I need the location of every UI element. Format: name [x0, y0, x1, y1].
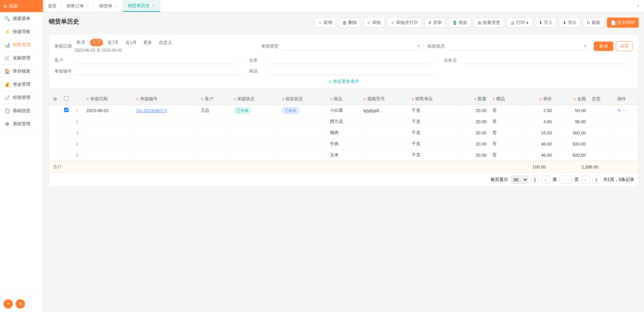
filter-customer: 客户 … — [54, 57, 244, 64]
export-button[interactable]: ⬇ 导出 — [559, 18, 580, 28]
date-tab-more[interactable]: 更多 — [141, 39, 154, 46]
audit-button[interactable]: ✓ 审核 — [363, 18, 385, 28]
page-input[interactable]: 1 — [560, 176, 572, 184]
th-doc-status[interactable]: ⇅ 单据状态 — [230, 93, 279, 105]
sidebar-item-quick-nav[interactable]: ⚡ 快捷导航 — [0, 25, 43, 38]
cell-action — [615, 138, 638, 150]
sidebar-item-sales-mgmt[interactable]: 📊 销售管理 — [0, 38, 43, 52]
date-tab-today[interactable]: 今天 — [90, 39, 103, 46]
cell-check[interactable] — [61, 116, 71, 127]
doc-no-link[interactable]: SA-20230602-0 — [136, 108, 167, 113]
tab-sales-order-close[interactable]: × — [86, 4, 89, 8]
audit-print-button[interactable]: ✓ 审核并打印 — [387, 18, 422, 28]
batch-change-button[interactable]: ⊞ 批量变更 — [474, 18, 504, 28]
tab-sales-history[interactable]: 销货单历史 × — [123, 0, 160, 12]
th-date[interactable]: ⇅ 单据日期 — [83, 93, 133, 105]
query-button[interactable]: 查询 — [594, 42, 613, 51]
th-check[interactable] — [61, 93, 71, 105]
warehouse-picker-btn[interactable]: … — [434, 58, 438, 63]
cell-check[interactable] — [61, 150, 71, 161]
tab-sales-delivery[interactable]: 销货单 × — [94, 0, 123, 12]
th-price[interactable]: ⇅ 单价 — [522, 93, 555, 105]
date-tab-custom[interactable]: 自定义 — [157, 39, 174, 46]
sidebar-item-inventory-calc[interactable]: 🏠 库存核算 — [0, 65, 43, 78]
delete-button[interactable]: 🗑 删除 — [339, 18, 361, 28]
th-unit[interactable]: ⇅ 销售单位 — [409, 93, 457, 105]
th-gear[interactable]: ⚙ — [49, 93, 61, 105]
display-detail-button[interactable]: 📄 显示明细 — [607, 18, 639, 28]
import-button[interactable]: ⬆ 导入 — [535, 18, 556, 28]
sort-icon: ⇅ — [282, 97, 284, 101]
page-suffix: 页 — [575, 177, 579, 183]
payment-status-select[interactable]: ▾ — [448, 43, 588, 50]
per-page-select[interactable]: 50 100 200 — [511, 176, 528, 184]
th-delivery[interactable]: 交货 — [589, 93, 614, 105]
collapse-filter-btn[interactable]: ∧ 收起更多条件 — [54, 78, 633, 84]
warehouse-input[interactable] — [269, 57, 431, 64]
customer-picker-btn[interactable]: … — [240, 58, 244, 63]
print-button[interactable]: 🖨 打印 ▾ — [507, 18, 532, 28]
tab-sales-order[interactable]: 销售订单 × — [62, 0, 94, 12]
sidebar-item-operations-mgmt[interactable]: 📈 经营管理 — [0, 91, 43, 104]
sidebar-item-purchase-mgmt[interactable]: 🛒 采购管理 — [0, 52, 43, 65]
cell-amount: 96.00 — [555, 116, 589, 127]
date-tab-7days[interactable]: 近7天 — [106, 39, 121, 46]
sidebar-item-basic-info[interactable]: 📋 基础信息 — [0, 104, 43, 118]
filter-goods: 商品 … — [249, 68, 438, 75]
tab-home[interactable]: 首页 — [43, 0, 62, 12]
sidebar-item-sys-mgmt[interactable]: ⚙ 系统管理 — [0, 118, 43, 131]
pay-status-badge: 已收款 — [282, 107, 300, 114]
goods-input[interactable] — [269, 68, 431, 75]
settings-button[interactable]: 设置 — [616, 41, 633, 51]
th-goods[interactable]: ⇅ 商品 — [327, 93, 360, 105]
tab-sales-delivery-close[interactable]: × — [114, 4, 118, 8]
cell-num: 2 — [71, 116, 83, 127]
discard-button[interactable]: ✗ 弃审 — [424, 18, 446, 28]
cell-check[interactable] — [61, 127, 71, 138]
tab-sales-history-close[interactable]: × — [152, 3, 155, 8]
last-page-btn[interactable]: ⟫ — [592, 176, 600, 184]
sidebar-item-search-menu[interactable]: 🔍 搜索菜单 — [0, 12, 43, 25]
first-page-btn[interactable]: ⟪ — [531, 176, 539, 184]
cell-check[interactable] — [61, 138, 71, 150]
next-page-btn[interactable]: › — [582, 176, 590, 184]
edit-icon[interactable]: ✎ — [617, 108, 621, 113]
cell-goods: 猪肉 — [327, 127, 360, 138]
th-pay-status[interactable]: ⇅ 收款状态 — [279, 93, 327, 105]
date-tab-1month[interactable]: 近1月 — [123, 39, 139, 46]
prev-page-btn[interactable]: ‹ — [542, 176, 550, 184]
sidebar-footer-btn-1[interactable]: ☀ — [3, 299, 13, 309]
cell-check[interactable] — [61, 105, 71, 116]
print-dropdown-icon: ▾ — [526, 20, 529, 25]
th-customer[interactable]: ⇅ 客户 — [198, 93, 231, 105]
filter-date: 单据日期 昨天 今天 近7天 近1月 更多 自定义 2023-06-02 至 2… — [54, 39, 256, 53]
th-gift[interactable]: ⇅ 赠品 — [489, 93, 522, 105]
customer-input[interactable] — [74, 57, 237, 64]
row-checkbox[interactable] — [64, 108, 68, 112]
add-button[interactable]: ＋ 新增 — [314, 18, 336, 28]
refresh-button[interactable]: ↻ 刷新 — [583, 18, 604, 28]
select-all-checkbox[interactable] — [64, 96, 68, 101]
refresh-icon: ↻ — [587, 20, 590, 25]
collect-button[interactable]: 💲 收款 — [448, 18, 471, 28]
date-tab-yesterday[interactable]: 昨天 — [75, 39, 87, 46]
doc-number-input[interactable] — [75, 68, 244, 75]
table-row: 3 猪肉 千克 20.00 否 15.00 300.00 — [49, 127, 638, 138]
date-range-picker: 昨天 今天 近7天 近1月 更多 自定义 2023-06-02 至 2023-0… — [75, 39, 174, 53]
salesperson-picker-btn[interactable]: … — [629, 58, 633, 63]
th-qty[interactable]: ⇅ 数量 — [457, 93, 489, 105]
more-icon[interactable]: ⋯ — [623, 108, 627, 113]
cell-date — [83, 116, 133, 127]
filter-actions: 查询 设置 — [594, 41, 633, 51]
sidebar-footer-btn-2[interactable]: ⏸ — [16, 299, 25, 309]
doc-type-select[interactable]: ▾ — [281, 43, 422, 50]
tab-home-label: 首页 — [48, 3, 57, 9]
window-close-btn[interactable]: × — [632, 3, 644, 8]
th-doc-no[interactable]: ⇅ 单据编号 — [133, 93, 198, 105]
goods-picker-btn[interactable]: … — [434, 69, 438, 74]
th-spec[interactable]: ⇅ 规格型号 — [360, 93, 409, 105]
salesperson-input[interactable] — [463, 57, 626, 64]
cell-date — [83, 127, 133, 138]
sidebar-item-finance-mgmt[interactable]: 💰 资金管理 — [0, 78, 43, 91]
th-amount[interactable]: ⇅ 金额 — [555, 93, 589, 105]
